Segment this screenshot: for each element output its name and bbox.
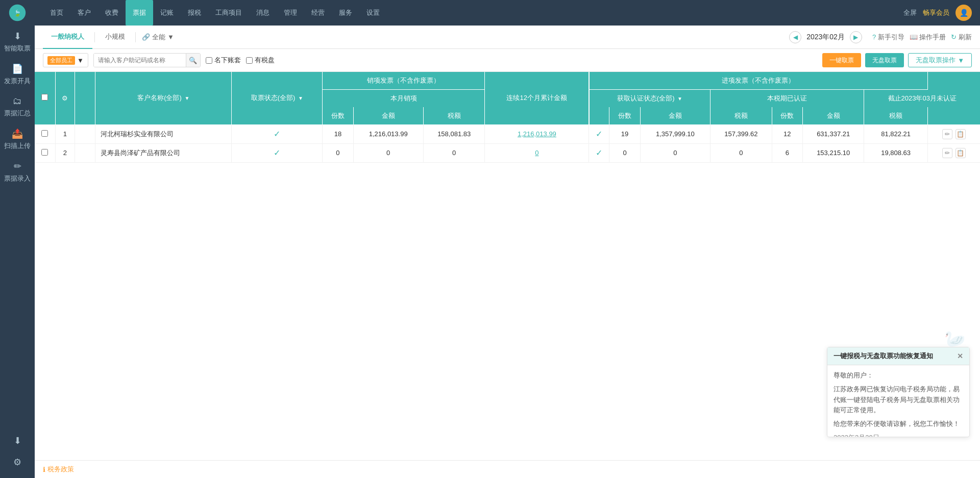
search-input[interactable] — [94, 54, 186, 67]
tax-disk-filter-checkbox[interactable] — [246, 57, 253, 64]
nav-tax[interactable]: 报税 — [181, 0, 208, 26]
refresh-btn[interactable]: ↻ 刷新 — [951, 33, 972, 42]
current-date: 2023年02月 — [806, 33, 845, 42]
settings-icon: ⚙ — [13, 457, 21, 468]
row1-sales-count: 18 — [323, 124, 353, 143]
nav-service[interactable]: 服务 — [332, 0, 359, 26]
employee-filter[interactable]: 全部员工 ▼ — [43, 53, 88, 67]
nav-message[interactable]: 消息 — [249, 0, 277, 26]
info-icon: ℹ — [43, 466, 45, 473]
sidebar-item-invoice-summary[interactable]: 🗂 票据汇总 — [0, 91, 35, 123]
nav-business[interactable]: 经营 — [304, 0, 332, 26]
row2-action: ✏ 📋 — [927, 143, 980, 162]
row2-pur-amount-uncert: 153,215.10 — [802, 143, 864, 162]
refresh-icon: ↻ — [951, 33, 957, 41]
nav-billing[interactable]: 收费 — [98, 0, 126, 26]
account-filter-checkbox[interactable] — [206, 57, 212, 64]
no-disk-ops-btn[interactable]: 无盘取票操作 ▼ — [908, 53, 972, 67]
nav-industry[interactable]: 工商项目 — [208, 0, 249, 26]
nav-home[interactable]: 首页 — [43, 0, 70, 26]
notif-line-1: 尊敬的用户： — [834, 370, 963, 381]
tab-all[interactable]: 🔗 全能 ▼ — [138, 33, 178, 42]
th-settings: ⚙ — [55, 72, 75, 124]
manual-btn[interactable]: 📖 操作手册 — [910, 33, 946, 42]
new-guide-btn[interactable]: ? 新手引导 — [872, 33, 904, 42]
row1-fetch-status: ✓ — [232, 124, 323, 143]
tab-bar: 一般纳税人 小规模 🔗 全能 ▼ ◀ 2023年02月 ▶ ? 新手引 — [35, 26, 980, 49]
customer-filter-icon[interactable]: ▼ — [184, 95, 189, 101]
row2-checkbox[interactable] — [35, 143, 55, 162]
row2-consec12[interactable]: 0 — [485, 143, 589, 162]
row1-action: ✏ 📋 — [927, 124, 980, 143]
th-sales-count: 份数 — [323, 107, 353, 124]
table-row: 2 灵寿县尚泽矿产品有限公司 ✓ 0 0 0 0 ✓ 0 0 0 6 153,2… — [35, 143, 980, 162]
sidebar-item-invoice-open[interactable]: 📄 发票开具 — [0, 58, 35, 91]
row1-pur-amount-uncert: 631,337.21 — [802, 124, 864, 143]
th-purchase-invoice-group: 进项发票（不含作废票） — [589, 72, 927, 90]
date-prev-btn[interactable]: ◀ — [789, 31, 801, 43]
th-consecutive-12: 连续12个月累计金额 — [485, 72, 589, 124]
settings-header-icon[interactable]: ⚙ — [62, 94, 68, 102]
sidebar: 🍃 ⬇ 智能取票 📄 发票开具 🗂 票据汇总 📤 扫描上传 ✏ 票据录入 ⬇ ⚙ — [0, 0, 35, 478]
member-btn[interactable]: 畅享会员 — [923, 8, 949, 17]
table-row: 1 河北柯瑞杉实业有限公司 ✓ 18 1,216,013.99 158,081.… — [35, 124, 980, 143]
nav-invoice[interactable]: 票据 — [126, 0, 153, 26]
row1-consec12[interactable]: 1,216,013.99 — [485, 124, 589, 143]
fetch-status-filter-icon[interactable]: ▼ — [298, 95, 303, 101]
date-next-btn[interactable]: ▶ — [850, 31, 862, 43]
tab-general[interactable]: 一般纳税人 — [43, 26, 92, 49]
tab-separator-2 — [135, 32, 136, 42]
logo[interactable]: 🍃 — [0, 0, 35, 26]
th-sales-invoice-group: 销项发票（不含作废票） — [323, 72, 485, 90]
download-icon: ⬇ — [14, 435, 21, 446]
tab-separator-1 — [94, 32, 95, 42]
invoice-open-icon: 📄 — [12, 63, 23, 74]
svg-text:🍃: 🍃 — [14, 10, 21, 17]
row2-sales-tax: 0 — [423, 143, 485, 162]
tax-policy-link[interactable]: ℹ 税务政策 — [43, 465, 74, 474]
row1-edit-icon[interactable]: ✏ — [942, 129, 952, 139]
notification-body: 尊敬的用户： 江苏政务网已恢复访问电子税务局功能，易代账一键登陆电子税务局与无盘… — [827, 365, 969, 437]
th-checkbox — [35, 72, 55, 124]
no-disk-fetch-btn[interactable]: 无盘取票 — [865, 53, 904, 67]
row2-pur-amount-cert: 0 — [640, 143, 710, 162]
fullscreen-btn[interactable]: 全屏 — [903, 8, 917, 17]
one-key-fetch-btn[interactable]: 一键取票 — [822, 53, 861, 67]
nav-settings[interactable]: 设置 — [359, 0, 387, 26]
row2-pur-count-uncert: 6 — [772, 143, 802, 162]
invoice-table: ⚙ 客户名称(全部) ▼ 取票状态(全部) ▼ 销项发票（不含作废票） 连续12… — [35, 72, 980, 163]
search-button[interactable]: 🔍 — [186, 53, 200, 67]
sidebar-item-smart-fetch[interactable]: ⬇ 智能取票 — [0, 26, 35, 58]
avatar[interactable]: 👤 — [955, 5, 972, 21]
sidebar-item-download[interactable]: ⬇ — [0, 430, 35, 451]
nav-customer[interactable]: 客户 — [70, 0, 98, 26]
sidebar-item-settings[interactable]: ⚙ — [0, 451, 35, 473]
notif-line-4: 2023年3月20日 — [834, 433, 963, 437]
question-icon: ? — [872, 33, 876, 41]
link-icon: 🔗 — [142, 33, 150, 41]
row2-num: 2 — [55, 143, 75, 162]
tab-small[interactable]: 小规模 — [97, 26, 133, 49]
sidebar-item-scan-upload[interactable]: 📤 扫描上传 — [0, 123, 35, 156]
tax-disk-filter-label[interactable]: 有税盘 — [246, 56, 275, 65]
th-fetch-status: 取票状态(全部) ▼ — [232, 72, 323, 124]
row1-sales-amount: 1,216,013.99 — [353, 124, 423, 143]
row2-edit-icon[interactable]: ✏ — [942, 148, 952, 158]
nav-bookkeeping[interactable]: 记账 — [153, 0, 181, 26]
account-filter-label[interactable]: 名下账套 — [206, 56, 241, 65]
row1-detail-icon[interactable]: 📋 — [955, 129, 966, 139]
th-purchase-count-cert: 份数 — [609, 107, 640, 124]
row1-pur-count-cert: 19 — [609, 124, 640, 143]
select-all-checkbox[interactable] — [41, 94, 48, 100]
toolbar-right: 一键取票 无盘取票 无盘取票操作 ▼ — [822, 53, 972, 67]
nav-manage[interactable]: 管理 — [277, 0, 304, 26]
row2-fetch-status: ✓ — [232, 143, 323, 162]
cert-status-filter-icon[interactable]: ▼ — [677, 96, 682, 102]
th-customer-name: 客户名称(全部) ▼ — [95, 72, 232, 124]
row1-pur-count-uncert: 12 — [772, 124, 802, 143]
sidebar-item-data-entry[interactable]: ✏ 票据录入 — [0, 156, 35, 188]
row2-detail-icon[interactable]: 📋 — [955, 148, 966, 158]
notification-close-btn[interactable]: ✕ — [957, 352, 963, 360]
row1-checkbox[interactable] — [35, 124, 55, 143]
date-navigation: ◀ 2023年02月 ▶ — [789, 31, 862, 43]
